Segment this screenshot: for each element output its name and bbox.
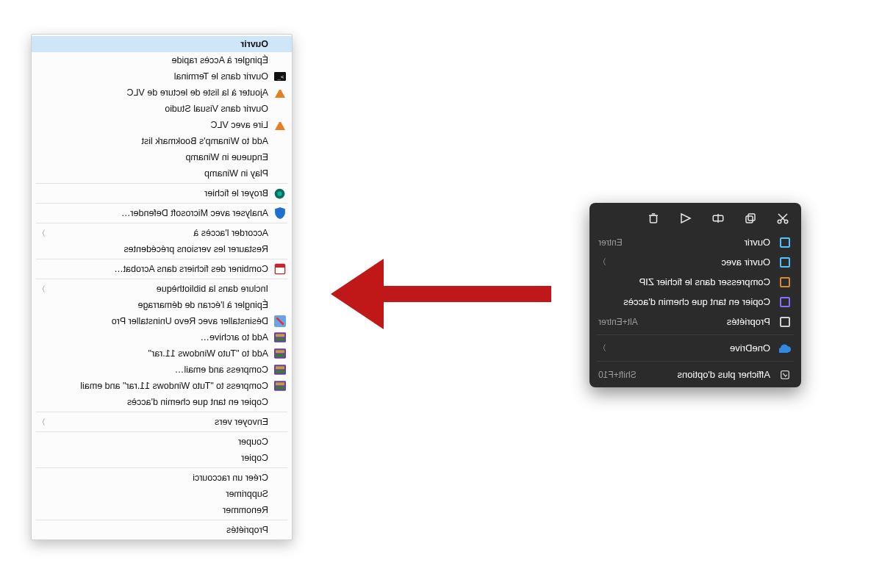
classic-item-label: Combiner des fichiers dans Acrobat… — [37, 264, 271, 274]
svg-point-0 — [784, 220, 788, 223]
share-icon[interactable] — [678, 210, 694, 226]
classic-item[interactable]: Enqueue in Winamp — [32, 149, 292, 165]
classic-item[interactable]: Ouvrir — [32, 36, 292, 52]
classic-item-label: Play in Winamp — [37, 168, 271, 179]
svg-rect-19 — [276, 354, 284, 357]
winrar-icon — [271, 365, 289, 375]
classic-item-label: Accorder l'accès à — [50, 228, 271, 238]
classic-item[interactable]: Play in Winamp — [32, 165, 292, 182]
classic-item[interactable]: Renommer — [32, 502, 292, 518]
menu-separator — [597, 334, 794, 335]
mini-item-shortcut: Alt+Entrer — [598, 317, 638, 327]
show-more-label: Afficher plus d'options — [637, 369, 778, 380]
classic-item[interactable]: Inclure dans la bibliothèque〉 — [32, 281, 292, 297]
classic-item-label: Inclure dans la bibliothèque — [50, 284, 271, 294]
mini-item[interactable]: PropriétésAlt+Entrer — [589, 312, 801, 331]
show-more-options-item[interactable]: Afficher plus d'options Shift+F10 — [589, 365, 801, 384]
classic-item-label: Copier — [37, 453, 271, 463]
classic-item[interactable]: Propriétés — [32, 522, 292, 538]
delete-icon[interactable] — [645, 210, 662, 226]
winrar-icon — [271, 381, 289, 391]
svg-rect-16 — [276, 338, 284, 341]
classic-item[interactable]: Analyser avec Microsoft Defender… — [32, 205, 292, 221]
menu-separator — [36, 183, 287, 184]
mini-item[interactable]: Copier en tant que chemin d'accès — [589, 292, 801, 312]
classic-item-label: Propriétés — [37, 525, 271, 535]
classic-item[interactable]: Envoyer vers〉 — [32, 414, 292, 430]
mini-item[interactable]: Ouvrir avec〉 — [589, 252, 801, 272]
classic-item[interactable]: Couper — [32, 434, 292, 450]
chevron-right-icon: 〉 — [598, 257, 606, 268]
classic-item-label: Ouvrir dans le Terminal — [37, 71, 271, 82]
mini-item[interactable]: Compresser dans le fichier ZIP — [589, 272, 801, 292]
avast-icon — [271, 188, 289, 199]
classic-item[interactable]: Désinstaller avec Revo Uninstaller Pro — [32, 313, 292, 329]
winrar-icon — [271, 332, 289, 343]
defender-icon — [271, 207, 289, 219]
copy-path-icon — [778, 297, 792, 307]
more-icon — [778, 369, 792, 381]
win11-context-menu: OuvrirEntrerOuvrir avec〉Compresser dans … — [589, 203, 801, 387]
zip-icon — [778, 277, 792, 287]
classic-item[interactable]: Compress to "Tuto Windows 11.rar" and em… — [32, 378, 292, 394]
classic-item-label: Add to archive… — [37, 332, 271, 343]
classic-item-label: Broyer le fichier — [37, 188, 271, 198]
classic-item-label: Analyser avec Microsoft Defender… — [37, 208, 271, 218]
acrobat-icon — [271, 263, 289, 275]
classic-item-label: Désinstaller avec Revo Uninstaller Pro — [37, 316, 271, 326]
winrar-icon — [271, 348, 289, 359]
classic-item[interactable]: Copier en tant que chemin d'accès — [32, 394, 292, 410]
menu-separator — [36, 520, 287, 520]
classic-item-label: Copier en tant que chemin d'accès — [37, 397, 271, 407]
classic-item[interactable]: Combiner des fichiers dans Acrobat… — [32, 261, 292, 277]
menu-separator — [36, 431, 287, 432]
open-with-icon — [778, 257, 792, 268]
svg-rect-25 — [276, 387, 284, 390]
show-more-shortcut: Shift+F10 — [598, 370, 637, 380]
rename-icon[interactable] — [710, 210, 726, 226]
classic-item[interactable]: Supprimer — [32, 486, 292, 502]
classic-item-label: Ajouter à la liste de lecture de VLC — [37, 87, 271, 98]
menu-separator — [36, 203, 287, 204]
classic-item[interactable]: Restaurer les versions précédentes — [32, 241, 292, 257]
classic-item-label: Épingler à l'écran de démarrage — [37, 300, 271, 310]
svg-rect-18 — [276, 350, 284, 353]
classic-item[interactable]: Copier — [32, 450, 292, 466]
svg-rect-5 — [650, 215, 657, 223]
classic-item[interactable]: Add to archive… — [32, 329, 292, 345]
svg-rect-15 — [276, 334, 284, 337]
mini-item[interactable]: OuvrirEntrer — [589, 232, 801, 252]
classic-item[interactable]: Ajouter à la liste de lecture de VLC — [32, 85, 292, 101]
svg-point-1 — [778, 220, 781, 223]
svg-rect-3 — [748, 214, 755, 220]
cut-icon[interactable] — [775, 210, 791, 226]
svg-rect-21 — [276, 366, 284, 369]
classic-item[interactable]: Créer un raccourci — [32, 470, 292, 486]
chevron-right-icon: 〉 — [37, 284, 50, 295]
classic-item-label: Enqueue in Winamp — [37, 152, 271, 162]
mini-item-label: Ouvrir avec — [606, 257, 778, 268]
classic-item[interactable]: Accorder l'accès à〉 — [32, 225, 292, 241]
classic-item[interactable]: Lire avec VLC — [32, 117, 292, 133]
classic-item[interactable]: Add to "Tuto Windows 11.rar" — [32, 345, 292, 362]
svg-rect-24 — [276, 382, 284, 385]
mini-item-label: Compresser dans le fichier ZIP — [598, 276, 778, 287]
arrow-illustration — [331, 259, 551, 329]
classic-item[interactable]: Épingler à Accès rapide — [32, 52, 292, 68]
classic-item[interactable]: Broyer le fichier — [32, 185, 292, 201]
revo-icon — [271, 315, 289, 327]
svg-rect-2 — [746, 216, 753, 223]
mini-item-label: Ouvrir — [623, 237, 778, 248]
classic-item[interactable]: >_Ouvrir dans le Terminal — [32, 68, 292, 85]
svg-rect-22 — [276, 370, 284, 373]
onedrive-item[interactable]: OneDrive 〉 — [589, 338, 801, 358]
chevron-right-icon: 〉 — [37, 228, 50, 239]
classic-item[interactable]: Ouvrir dans Visual Studio — [32, 101, 292, 117]
menu-separator — [36, 279, 287, 279]
classic-item-label: Restaurer les versions précédentes — [37, 244, 271, 254]
vlc-icon — [271, 88, 289, 98]
classic-item[interactable]: Compress and email… — [32, 362, 292, 378]
classic-item[interactable]: Add to Winamp's Bookmark list — [32, 133, 292, 149]
copy-icon[interactable] — [742, 210, 759, 226]
classic-item[interactable]: Épingler à l'écran de démarrage — [32, 297, 292, 313]
